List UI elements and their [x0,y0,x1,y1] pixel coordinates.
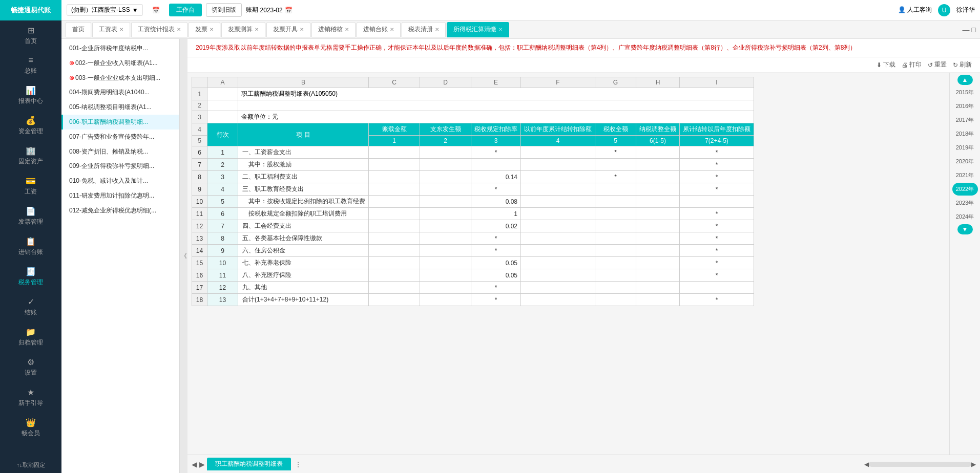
sidebar-item-member-label: 畅会员 [22,429,40,438]
period-selector[interactable]: 账期 2023-02 📅 [246,6,293,14]
tab-income-tax-close[interactable]: ✕ [498,27,503,32]
sidebar-item-checkout[interactable]: ✓ 结账 [0,292,61,322]
sheet-prev-btn[interactable]: ◀ [192,460,197,468]
tab-tax-clear-close[interactable]: ✕ [435,27,439,32]
form-002-label: 002-一般企业收入明细表(A1... [75,59,158,67]
year-2018[interactable]: 2018年 [952,127,978,140]
year-2023[interactable]: 2023年 [952,197,978,209]
sidebar-item-guide[interactable]: ★ 新手引导 [0,382,61,413]
sheet-next-btn[interactable]: ▶ [199,460,205,468]
sidebar-item-capital[interactable]: 💰 资金管理 [0,111,61,141]
sidebar-item-tax[interactable]: 🧾 税务管理 [0,262,61,292]
sidebar-item-archive[interactable]: 📁 归档管理 [0,322,61,352]
year-up-btn[interactable]: ▲ [957,75,973,85]
company-selector[interactable]: (勿删）江西股宝-LSS ▼ [67,4,143,16]
error-icon-003: ⊗ [69,74,74,81]
form-item-003[interactable]: ⊗003-一般企业业成本支出明细... [61,71,179,85]
year-2017[interactable]: 2017年 [952,114,978,126]
form-item-009[interactable]: 009-企业所得税弥补亏损明细... [61,159,179,174]
tab-home[interactable]: 首页 [66,22,91,37]
sidebar-item-home[interactable]: ⊞ 首页 [0,20,61,51]
table-header-row: 4 行次 项 目 账载金额 支东发生额 税收规定扣除率 以前年度累计结转扣除额 … [192,123,754,136]
form-004-label: 004-期间费用明细表(A1040... [69,89,150,96]
form-item-001[interactable]: 001-企业所得税年度纳税申... [61,41,179,56]
switch-btn[interactable]: 切到旧版 [206,3,242,17]
tab-salary-report[interactable]: 工资统计报表✕ [131,22,187,37]
tab-invoice-calc[interactable]: 发票测算✕ [221,22,265,37]
tab-invoice-calc-close[interactable]: ✕ [255,27,259,32]
year-2020[interactable]: 2020年 [952,155,978,168]
purchase-icon: 📋 [26,236,36,246]
tab-actions: — □ [963,26,976,34]
tab-invoice-open[interactable]: 发票开具✕ [266,22,310,37]
year-down-btn[interactable]: ▼ [957,224,973,234]
form-item-007[interactable]: 007-广告费和业务宣传费跨年... [61,130,179,144]
tab-maximize-btn[interactable]: □ [972,26,976,34]
user-service[interactable]: 👤 人工客询 [898,6,932,14]
col-header-D: D [420,77,471,88]
row-num-5: 5 [192,136,207,146]
year-2015[interactable]: 2015年 [952,86,978,99]
tab-salary[interactable]: 工资表✕ [92,22,130,37]
year-2016[interactable]: 2016年 [952,100,978,113]
refresh-btn[interactable]: ↻ 刷新 [953,60,972,69]
tab-purchase-check-close[interactable]: ✕ [345,27,349,32]
form-item-008[interactable]: 008-资产折旧、摊销及纳税... [61,144,179,159]
tab-income-tax[interactable]: 所得税汇算清缴✕ [447,22,509,37]
col-g-header: 税收全额 [595,123,636,136]
sidebar-item-salary[interactable]: 💳 工资 [0,171,61,201]
year-2019[interactable]: 2019年 [952,141,978,154]
form-item-004[interactable]: 004-期间费用明细表(A1040... [61,85,179,100]
tab-invoice-close[interactable]: ✕ [210,27,214,32]
tab-tax-clear[interactable]: 税表清册✕ [402,22,446,37]
collapse-icon: 《 [181,252,187,261]
sidebar-item-invoice[interactable]: 📄 发票管理 [0,201,61,231]
horizontal-scrollbar[interactable] [869,462,971,467]
refresh-icon: ↻ [953,61,958,69]
form-item-002[interactable]: ⊗002-一般企业收入明细表(A1... [61,56,179,71]
sheet-tab[interactable]: 职工薪酬纳税调整明细表 [207,458,291,470]
sheet-tab-label: 职工薪酬纳税调整明细表 [215,460,283,467]
tab-invoice-open-close[interactable]: ✕ [300,27,304,32]
collapse-panel-btn[interactable]: 《 [179,39,187,473]
table-row: 13 8 五、各类基本社会保障性缴款 * * [192,232,754,245]
sidebar-footer[interactable]: ↑↓取消固定 [0,457,61,473]
form-item-006[interactable]: 006-职工薪酬纳税调整明细... [61,115,179,130]
calendar-btn[interactable]: 📅 [147,5,165,16]
col-header-row [192,77,207,88]
tab-minimize-btn[interactable]: — [963,26,970,34]
table-container: A B C D E F G H I [187,73,949,455]
tab-salary-report-close[interactable]: ✕ [177,27,181,32]
tab-salary-close[interactable]: ✕ [119,27,123,32]
form-item-010[interactable]: 010-免税、减计收入及加计... [61,174,179,188]
table-row: 11 6 按税收规定全额扣除的职工培训费用 1 * [192,208,754,220]
tab-invoice[interactable]: 发票✕ [189,22,220,37]
sidebar-item-purchase[interactable]: 📋 进销台账 [0,231,61,262]
form-item-005[interactable]: 005-纳税调整项目明细表(A1... [61,100,179,115]
print-btn[interactable]: 🖨 打印 [902,60,922,69]
year-2024[interactable]: 2024年 [952,210,978,223]
sidebar-item-settings[interactable]: ⚙ 设置 [0,352,61,382]
scroll-left-icon[interactable]: ◀ [864,461,869,468]
sidebar-item-member[interactable]: 👑 畅会员 [0,413,61,443]
year-2021[interactable]: 2021年 [952,169,978,182]
sidebar-item-report[interactable]: 📊 报表中心 [0,80,61,111]
reset-btn[interactable]: ↺ 重置 [928,60,947,69]
form-item-011[interactable]: 011-研发费用加计扣除优惠明... [61,188,179,203]
scroll-right-icon[interactable]: ▶ [971,461,976,468]
tab-purchase-ledger-close[interactable]: ✕ [390,27,394,32]
download-btn[interactable]: ⬇ 下载 [877,60,895,69]
topbar-right: 👤 人工客询 U 徐泽华 [898,4,975,16]
tab-purchase-check[interactable]: 进销稽核✕ [311,22,356,37]
sub-header-3: 3 [471,136,521,146]
sheet-options-btn[interactable]: ⋮ [295,461,301,468]
form-item-012[interactable]: 012-减免企业所得税优惠明细(... [61,203,179,218]
sidebar-item-asset[interactable]: 🏢 固定资产 [0,141,61,171]
user-avatar[interactable]: U [938,4,950,16]
tab-purchase-ledger[interactable]: 进销台账✕ [357,22,401,37]
year-2022[interactable]: 2022年 [952,183,978,196]
col-seq-header: 行次 [207,123,238,146]
capital-icon: 💰 [26,116,36,125]
workspace-btn[interactable]: 工作台 [169,4,202,16]
sidebar-item-ledger[interactable]: ≡ 总账 [0,51,61,80]
